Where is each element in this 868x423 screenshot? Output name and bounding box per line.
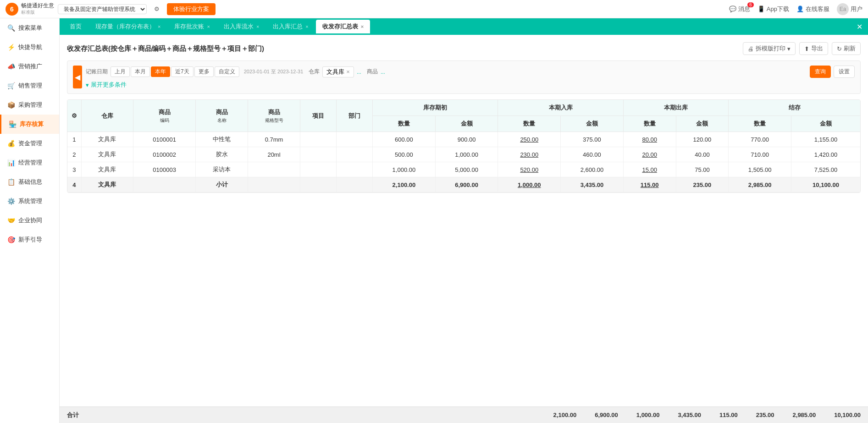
sidebar-item-guide[interactable]: 🎯 新手引导 [0,230,59,249]
service-icon: 👤 [796,5,804,12]
filter-collapse-btn[interactable]: ◀ [73,66,82,88]
sidebar-item-baseinfo[interactable]: 📋 基础信息 [0,172,59,192]
sidebar-item-quicknav[interactable]: ⚡ 快捷导航 [0,38,59,57]
subtotal-out-amt: 235.00 [676,177,729,192]
warehouse-tag[interactable]: 文具库 × [322,66,354,77]
refresh-button[interactable]: ↻ 刷新 [832,42,861,55]
data-table-container: ⚙ 仓库 商品编码 商品名称 商品规格型号 项目 部门 库存期初 本期入库 本期… [67,99,861,193]
total-cells: 2,100.00 6,900.00 1,000.00 3,435.00 115.… [227,412,861,418]
row-no: 2 [67,147,81,162]
sales-icon: 🛒 [7,82,15,89]
main-container: 🔍 搜索菜单 ⚡ 快捷导航 📣 营销推广 🛒 销售管理 📦 采购管理 🏪 库存核… [0,18,868,423]
print-button[interactable]: 🖨 拆模版打印 ▾ [743,42,796,55]
row-in-qty[interactable]: 250.00 [498,132,561,147]
sidebar-item-marketing[interactable]: 📣 营销推广 [0,57,59,76]
subtotal-close-qty: 2,985.00 [729,177,791,192]
row-goods-spec: 20ml [248,147,300,162]
tab-summary-label: 出入库汇总 [273,22,303,31]
sidebar-item-label: 销售管理 [18,82,42,90]
sidebar-item-label: 营销推广 [18,62,42,71]
total-close-qty: 2,985.00 [793,412,816,418]
goods-more[interactable]: ... [381,69,385,75]
export-button[interactable]: ⬆ 导出 [799,42,828,55]
sidebar-item-inventory[interactable]: 🏪 库存核算 [0,115,59,134]
tab-bar-close-all[interactable]: ✕ [857,22,862,31]
sidebar-item-label: 采购管理 [18,101,42,109]
sidebar-item-search[interactable]: 🔍 搜索菜单 [0,18,59,38]
sidebar-item-purchase[interactable]: 📦 采购管理 [0,95,59,115]
refresh-label: 刷新 [844,44,856,53]
tab-summary-close[interactable]: × [305,24,308,29]
data-table: ⚙ 仓库 商品编码 商品名称 商品规格型号 项目 部门 库存期初 本期入库 本期… [67,100,860,192]
warehouse-tag-close[interactable]: × [346,68,350,75]
user-menu[interactable]: Ea 用户 [837,3,862,15]
page-header: 收发存汇总表(按仓库＋商品编码＋商品＋规格型号＋项目＋部门) 🖨 拆模版打印 ▾… [67,42,861,55]
tab-stock-dist-close[interactable]: × [158,24,160,29]
sidebar-item-sales[interactable]: 🛒 销售管理 [0,76,59,95]
top-bar-right: 💬 消息 6 📱 App下载 👤 在线客服 Ea 用户 [729,3,862,15]
date-buttons: 上月 本月 本年 近7天 更多 自定义 [111,66,239,77]
message-button[interactable]: 💬 消息 6 [729,5,750,13]
message-icon: 💬 [729,5,736,12]
th-goods-code: 商品编码 [133,100,196,132]
settings-gear-icon[interactable]: ⚙ [150,3,163,16]
date-btn-current-month[interactable]: 本月 [131,66,150,77]
sidebar-item-finance[interactable]: 💰 资金管理 [0,134,59,153]
trial-button[interactable]: 体验行业方案 [167,3,216,15]
tab-stock-dist[interactable]: 现存量（库存分布表） × [89,20,167,33]
online-service-button[interactable]: 👤 在线客服 [796,5,829,13]
date-btn-7days[interactable]: 近7天 [171,66,194,77]
tab-home-label: 首页 [70,22,82,31]
tab-flow-label: 出入库流水 [224,22,254,31]
row-out-qty[interactable]: 15.00 [623,162,676,177]
tab-flow[interactable]: 出入库流水 × [217,20,265,33]
date-btn-more[interactable]: 更多 [194,66,214,77]
th-project: 项目 [300,100,337,132]
sidebar-item-business[interactable]: 📊 经营管理 [0,153,59,172]
tab-summary[interactable]: 出入库汇总 × [266,20,315,33]
row-out-qty[interactable]: 20.00 [623,147,676,162]
row-in-amt: 2,600.00 [561,162,624,177]
date-btn-custom[interactable]: 自定义 [215,66,239,77]
app-download-label: App下载 [767,5,789,13]
tab-batch-close[interactable]: × [207,24,210,29]
date-btn-prev-month[interactable]: 上月 [111,66,130,77]
tab-recv-send-close[interactable]: × [361,24,364,29]
row-out-qty[interactable]: 80.00 [623,132,676,147]
system-title-select[interactable]: 装备及固定资产辅助管理系统 [58,4,147,14]
app-download-button[interactable]: 📱 App下载 [757,5,789,13]
th-in-amt: 金额 [561,116,624,132]
page-title: 收发存汇总表(按仓库＋商品编码＋商品＋规格型号＋项目＋部门) [67,44,264,53]
th-inbound: 本期入库 [498,100,623,116]
th-department: 部门 [337,100,373,132]
print-icon: 🖨 [748,45,754,52]
tab-home[interactable]: 首页 [63,20,88,33]
query-button[interactable]: 查询 [810,66,831,78]
sidebar-item-system[interactable]: ⚙️ 系统管理 [0,192,59,211]
sidebar-item-enterprise[interactable]: 🤝 企业协同 [0,211,59,230]
th-goods-spec: 商品规格型号 [248,100,300,132]
row-in-qty[interactable]: 230.00 [498,147,561,162]
subtotal-goods-name: 小计 [196,177,248,192]
avatar: Ea [837,3,849,15]
row-out-amt: 40.00 [676,147,729,162]
row-close-amt: 1,420.00 [791,147,860,162]
page-actions: 🖨 拆模版打印 ▾ ⬆ 导出 ↻ 刷新 [743,42,861,55]
content-area: 首页 现存量（库存分布表） × 库存批次账 × 出入库流水 × 出入库汇总 × … [60,18,868,423]
subtotal-goods-spec [248,177,300,192]
warehouse-more[interactable]: ... [357,69,361,75]
tab-batch[interactable]: 库存批次账 × [168,20,216,33]
logo-text-area: 畅捷通好生意 标准版 [21,2,54,16]
tab-batch-label: 库存批次账 [174,22,204,31]
marketing-icon: 📣 [7,63,15,70]
settings-button[interactable]: 设置 [834,66,855,78]
tab-recv-send[interactable]: 收发存汇总表 × [316,20,370,33]
subtotal-close-amt: 10,100.00 [791,177,860,192]
row-goods-spec [248,162,300,177]
subtotal-open-amt: 6,900.00 [435,177,498,192]
row-in-qty[interactable]: 520.00 [498,162,561,177]
row-open-qty: 600.00 [373,132,436,147]
date-btn-current-year[interactable]: 本年 [151,66,170,77]
tab-flow-close[interactable]: × [256,24,259,29]
expand-conditions-btn[interactable]: ▾ 展开更多条件 [86,81,855,89]
